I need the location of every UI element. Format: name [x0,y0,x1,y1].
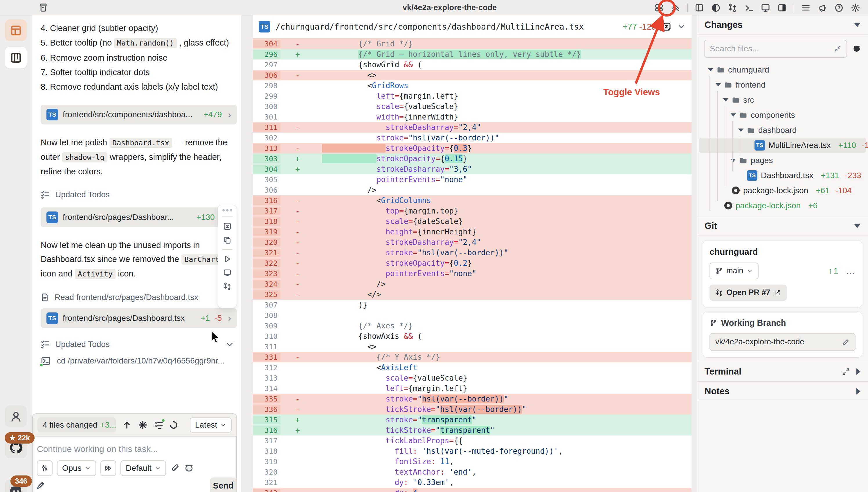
cat-icon[interactable] [852,44,862,54]
chevron-down-icon[interactable] [677,22,686,31]
tree-folder-row[interactable]: pages [699,153,866,168]
help-icon[interactable] [834,3,844,13]
git-compare-icon[interactable] [727,3,737,13]
tree-folder-row[interactable]: frontend [699,77,866,93]
tree-folder-row[interactable]: components [699,107,866,123]
more-options-icon[interactable] [222,209,232,212]
files-changed-chip[interactable]: 4 files changed +3... [38,417,116,433]
working-branch-input[interactable]: vk/4e2a-explore-the-code [709,333,855,351]
account-button[interactable] [5,405,27,427]
folder-icon [740,112,747,119]
tree-file-row[interactable]: package-lock.json+6 [699,198,866,213]
folder-icon [717,67,725,73]
external-link-icon [774,289,781,296]
folder-triangle-icon [715,83,721,87]
panel-right-filled-icon[interactable] [777,3,787,13]
diff-line: 308 [253,310,691,321]
todos-row[interactable]: Updated Todos [41,340,237,349]
expand-icon[interactable] [842,368,850,376]
settings-sliders-button[interactable] [37,460,52,476]
tree-folder-row[interactable]: dashboard [699,123,866,138]
repo-card: churnguard main ↑ 1 … Open PR #7 [703,240,862,308]
git-branch-icon [709,319,717,327]
git-compare-icon[interactable] [223,282,232,291]
tree-file-row[interactable]: TSMultiLineArea.tsx+110-162 [699,138,866,153]
chat-list-item: 7. Softer tooltip indicator dots [41,65,237,79]
toolbar-divider [222,216,233,217]
edit-pencil-icon[interactable] [842,338,850,346]
chevron-down-icon[interactable] [225,340,234,349]
mode-dropdown[interactable]: Default [120,460,166,476]
megaphone-icon[interactable] [818,3,827,13]
terminal-command-row[interactable]: cd /private/var/folders/10/h7w0q46556ggr… [41,356,237,366]
indent-guide [725,106,725,186]
tree-file-row[interactable]: TSDashboard.tsx+131-233 [699,168,866,183]
notes-section-header[interactable]: Notes [697,382,868,401]
collapse-tree-icon[interactable] [834,45,841,52]
more-options-icon[interactable]: … [846,266,855,276]
additions-count: +61 [816,186,830,195]
message-hover-toolbar [218,205,237,308]
monitor-icon[interactable] [760,3,771,13]
tree-folder-row[interactable]: churnguard [699,63,866,77]
search-files-input[interactable]: Search files... [704,40,847,58]
diff-marker: + [280,415,315,424]
toolbar-divider [687,3,688,12]
settings-gear-icon[interactable] [850,3,861,13]
folder-triangle-icon [708,68,713,71]
diff-line: 313 scale={valueScale} [253,373,691,383]
git-section-header[interactable]: Git [697,216,868,236]
tree-file-row[interactable]: package-lock.json+61-104 [699,183,866,198]
line-number: 321 [253,478,280,487]
message-input[interactable]: Continue working on this task... [33,437,236,454]
tree-folder-row[interactable]: src [699,93,866,107]
attachment-paperclip-icon[interactable] [170,464,180,473]
theme-contrast-icon[interactable] [711,3,721,13]
burst-icon[interactable] [138,420,148,430]
model-dropdown[interactable]: Opus [57,460,96,476]
diff-deletions: -129 [639,22,656,31]
nav-layout-active[interactable] [5,20,27,41]
up-arrow-icon[interactable] [122,420,132,429]
cat-agent-icon[interactable] [184,463,194,473]
copy-icon[interactable] [223,236,232,244]
diff-marker: - [280,489,315,492]
file-change-chip[interactable]: TS frontend/src/components/dashboa... +4… [41,105,237,124]
open-pr-label: Open PR #7 [726,288,771,297]
terminal-icon[interactable] [744,3,754,13]
changes-section-header[interactable]: Changes [697,16,868,34]
chat-list: 4. Cleaner grid (subtler opacity) 5. Bet… [41,21,237,94]
play-icon[interactable] [223,255,232,264]
line-number: 321 [253,249,280,257]
monitor-icon[interactable] [223,268,232,277]
file-change-chip[interactable]: TS frontend/src/pages/Dashboard.tsx +1 -… [41,309,237,328]
diff-view-icon[interactable] [223,222,232,230]
chat-list-item: 6. Remove zoom instruction noise [41,51,237,65]
send-button[interactable]: Send [210,477,236,492]
diff-line: 310 {showAxis && ( [253,331,691,341]
read-file-row[interactable]: Read frontend/src/pages/Dashboard.tsx [41,293,237,302]
branch-selector[interactable]: main [709,263,758,279]
terminal-section-header[interactable]: Terminal [697,362,868,381]
discord-count-badge: 346 [10,475,32,487]
diff-marker: - [280,206,315,215]
nav-kanban[interactable] [5,47,27,69]
todo-status-icon[interactable] [154,420,163,429]
toolbar-divider [222,249,233,250]
menu-icon[interactable] [801,3,811,13]
open-pr-button[interactable]: Open PR #7 [709,285,787,301]
file-change-chip[interactable]: TS frontend/src/pages/Dashboar... +130 -… [41,207,237,227]
pen-marker-icon[interactable] [36,480,46,490]
diff-marker: - [280,227,315,236]
fast-forward-button[interactable] [100,460,116,476]
diff-line: 313- strokeOpacity={0.3} [253,143,691,153]
diff-line: 315+ stroke="transparent" [253,415,691,425]
archive-box-icon[interactable] [38,3,48,13]
version-dropdown[interactable]: Latest [190,417,232,433]
line-number: 306 [253,186,280,194]
collapse-up-icon[interactable] [671,3,680,13]
panel-left-icon[interactable] [695,3,704,13]
todos-row[interactable]: Updated Todos [41,190,237,199]
toggle-views-button[interactable] [654,3,664,13]
diff-render-toggle-icon[interactable] [661,22,672,32]
